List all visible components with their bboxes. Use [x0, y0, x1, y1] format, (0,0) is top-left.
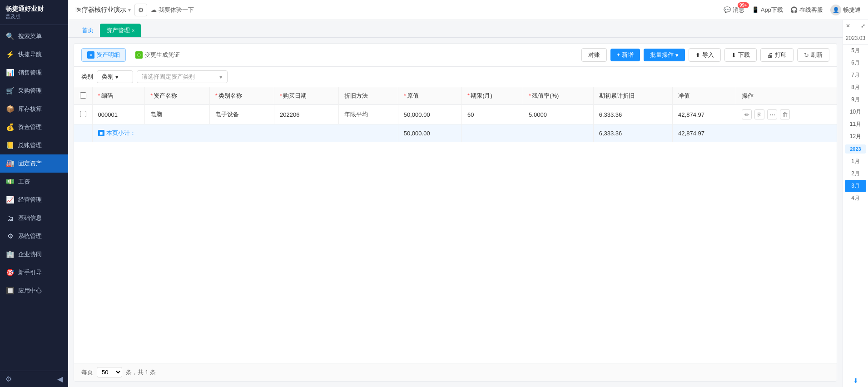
download-icon: 📱: [752, 6, 759, 13]
company-name: 医疗器械行业演示: [75, 6, 126, 14]
year-label: 2023: [845, 144, 866, 154]
export-button[interactable]: ⬆ 导入: [689, 48, 721, 62]
tab-asset-management[interactable]: 资产管理 ×: [100, 24, 141, 37]
sidebar-item-search[interactable]: 🔍 搜索菜单: [0, 27, 68, 45]
company-selector[interactable]: 医疗器械行业演示 ▾: [75, 6, 131, 14]
tab-bar: 首页 资产管理 ×: [68, 20, 843, 38]
sidebar-item-fixed-assets[interactable]: 🏭 固定资产: [0, 154, 68, 173]
user-menu[interactable]: 👤 畅捷通: [830, 5, 861, 15]
sidebar-item-sales[interactable]: 📊 销售管理: [0, 64, 68, 82]
service-button[interactable]: 🎧 在线客服: [790, 6, 823, 14]
sidebar-item-ledger[interactable]: 📒 总账管理: [0, 136, 68, 154]
filter-select-label: 类别: [102, 73, 114, 81]
cell-depreciation-method: 年限平均: [339, 105, 398, 124]
sidebar-item-label: 总账管理: [18, 141, 42, 149]
print-button[interactable]: 🖨 打印: [760, 48, 794, 62]
month-item[interactable]: 5月: [843, 45, 868, 57]
sidebar-item-label: 固定资产: [18, 159, 42, 168]
header-original-value: *原值: [398, 87, 461, 105]
cell-net-value: 42,874.97: [673, 105, 736, 124]
sidebar-item-enterprise[interactable]: 🏢 企业协同: [0, 245, 68, 263]
purchase-icon: 🛒: [5, 86, 15, 95]
date-nav-down-icon[interactable]: ⬇: [853, 377, 858, 384]
download-button[interactable]: ⬇ 下载: [724, 48, 757, 62]
copy-icon[interactable]: ⎘: [754, 109, 764, 119]
sub-tab-asset-detail[interactable]: ≡ 资产明细: [81, 48, 126, 62]
month-item-feb[interactable]: 2月: [843, 168, 868, 180]
sub-tab-change-voucher[interactable]: ⬡ 变更生成凭证: [129, 48, 186, 62]
category-input[interactable]: 请选择固定资产类别 ▾: [137, 70, 228, 83]
more-icon[interactable]: ⋯: [767, 109, 777, 119]
month-item[interactable]: 9月: [843, 94, 868, 106]
sidebar-bottom: ⚙ ◀: [0, 371, 68, 387]
row-checkbox[interactable]: [80, 111, 86, 117]
sidebar-item-system[interactable]: ⚙ 系统管理: [0, 227, 68, 245]
sidebar-item-purchase[interactable]: 🛒 采购管理: [0, 82, 68, 100]
row-actions: ✏ ⎘ ⋯ 🗑: [742, 109, 831, 119]
payroll-icon: 💵: [5, 177, 15, 186]
refresh-button[interactable]: ↻ 刷新: [797, 48, 829, 62]
subtotal-original-value: 50,000.00: [398, 124, 461, 142]
capital-icon: 💰: [5, 123, 15, 132]
sidebar-item-apps[interactable]: 🔲 应用中心: [0, 282, 68, 300]
tab-close-icon[interactable]: ×: [132, 28, 134, 33]
month-item[interactable]: 11月: [843, 118, 868, 130]
delete-icon[interactable]: 🗑: [780, 109, 790, 119]
month-item[interactable]: 10月: [843, 106, 868, 118]
experience-button[interactable]: ☁ 我要体验一下: [151, 6, 194, 14]
settings-icon[interactable]: ⚙: [5, 375, 12, 383]
header-purchase-date: *购买日期: [274, 87, 339, 105]
collapse-icon[interactable]: ◀: [57, 375, 63, 383]
change-voucher-icon: ⬡: [135, 51, 143, 59]
tab-home[interactable]: 首页: [75, 24, 100, 37]
month-item[interactable]: 7月: [843, 69, 868, 81]
row-checkbox-cell: [74, 105, 92, 124]
app-download-button[interactable]: 📱 App下载: [752, 6, 783, 14]
sidebar-item-inventory[interactable]: 📦 库存核算: [0, 100, 68, 118]
system-icon: ⚙: [5, 232, 15, 241]
month-item-jan[interactable]: 1月: [843, 155, 868, 168]
filter-bar: 类别 类别 ▾ 请选择固定资产类别 ▾: [74, 67, 837, 87]
edit-icon[interactable]: ✏: [742, 109, 752, 119]
sub-tab-asset-detail-label: 资产明细: [96, 51, 120, 59]
sidebar-item-capital[interactable]: 💰 资金管理: [0, 118, 68, 136]
sidebar-item-label: 新手引导: [18, 268, 42, 277]
experience-icon: ☁: [151, 6, 157, 13]
asset-detail-icon: ≡: [87, 51, 94, 59]
reconcile-button[interactable]: 对账: [581, 48, 607, 62]
sidebar-item-guide[interactable]: 🎯 新手引导: [0, 263, 68, 282]
sidebar-item-label: 系统管理: [18, 232, 42, 240]
new-button[interactable]: + 新增: [610, 49, 640, 61]
header-residual-rate: *残值率(%): [523, 87, 594, 105]
sidebar-item-operations[interactable]: 📈 经营管理: [0, 191, 68, 209]
month-item-apr[interactable]: 4月: [843, 192, 868, 204]
month-item-mar[interactable]: 3月: [845, 180, 866, 192]
quicknav-icon: ⚡: [5, 50, 15, 59]
subtotal-empty2: [462, 124, 523, 142]
month-item[interactable]: 6月: [843, 57, 868, 69]
settings-button[interactable]: ⚙: [134, 4, 147, 16]
chevron-down-icon: ▾: [115, 74, 119, 80]
sidebar-item-quicknav[interactable]: ⚡ 快捷导航: [0, 45, 68, 64]
messages-button[interactable]: 💬 消息 99+: [724, 6, 744, 14]
page-toolbar: ≡ 资产明细 ⬡ 变更生成凭证 对账 + 新增 批量操作 ▾: [74, 44, 837, 67]
header-period: *期限(月): [462, 87, 523, 105]
month-item[interactable]: 12月: [843, 130, 868, 143]
sidebar-item-payroll[interactable]: 💵 工资: [0, 173, 68, 191]
date-panel-expand-icon[interactable]: ⤢: [860, 22, 866, 30]
table-header-row: *编码 *资产名称 *类别名称 *购买日期 折旧方法 *原值 *期限(月) *残…: [74, 87, 837, 105]
print-icon: 🖨: [767, 52, 773, 59]
category-select-type[interactable]: 类别 ▾: [97, 70, 133, 83]
sidebar-item-label: 销售管理: [18, 69, 42, 77]
sidebar-item-label: 工资: [18, 178, 30, 186]
sidebar-item-basic-info[interactable]: 🗂 基础信息: [0, 209, 68, 227]
filter-placeholder: 请选择固定资产类别: [142, 73, 195, 81]
per-page-select[interactable]: 50 10 20 100: [97, 367, 122, 377]
select-all-checkbox[interactable]: [80, 92, 86, 99]
table-row: 000001 电脑 电子设备 202206 年限平均 50,000.00 60 …: [74, 105, 837, 124]
tab-asset-label: 资产管理: [106, 26, 130, 35]
batch-button[interactable]: 批量操作 ▾: [644, 49, 685, 61]
sidebar-item-label: 库存核算: [18, 105, 42, 113]
month-item[interactable]: 8月: [843, 81, 868, 94]
date-panel-close-icon[interactable]: ✕: [845, 22, 851, 30]
